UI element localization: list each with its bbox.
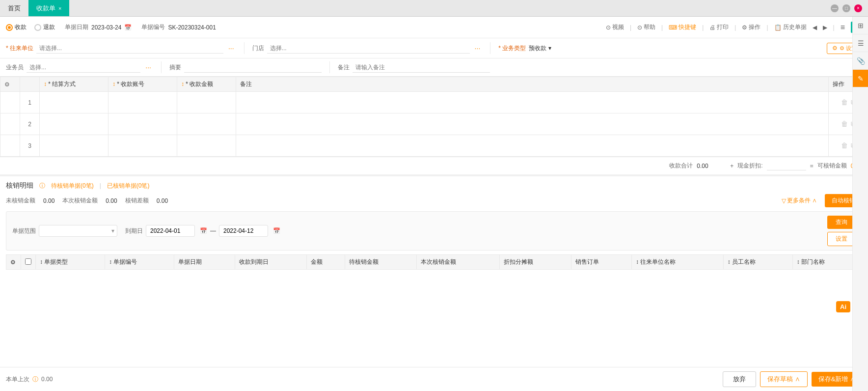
save-draft-button[interactable]: 保存草稿 ∧ bbox=[760, 371, 808, 387]
verify-done-tab[interactable]: 已核销单据(0笔) bbox=[107, 182, 150, 190]
unverified-value: 0.00 bbox=[43, 197, 54, 204]
remark-field: 备注 bbox=[338, 62, 490, 73]
biz-type-select[interactable]: 预收款 ▾ bbox=[529, 44, 551, 53]
operations-link[interactable]: ⚙ 操作 bbox=[742, 23, 760, 31]
staff-input[interactable] bbox=[27, 62, 140, 73]
row2-account[interactable] bbox=[108, 113, 177, 135]
biz-type-label: * 业务类型 bbox=[498, 44, 526, 53]
history-label: 历史单据 bbox=[783, 23, 807, 31]
shortcuts-link[interactable]: ⌨ 快捷键 bbox=[669, 23, 696, 31]
row2-remark[interactable] bbox=[236, 113, 829, 135]
row3-remark[interactable] bbox=[236, 135, 829, 157]
date-to-calendar-icon[interactable]: 📅 bbox=[273, 227, 280, 234]
sort-icon5: ↕ bbox=[797, 258, 800, 265]
th-counterpart-name: ↕ 往来单位名称 bbox=[632, 255, 724, 270]
row2-method[interactable] bbox=[40, 113, 108, 135]
tab-receipt[interactable]: 收款单 × bbox=[28, 0, 69, 16]
divider2 bbox=[490, 42, 490, 54]
row3-delete-icon[interactable]: 🗑 bbox=[841, 141, 848, 150]
plus-sign: + bbox=[730, 163, 733, 169]
radio-refund[interactable]: 退款 bbox=[34, 23, 55, 31]
row3-account[interactable] bbox=[108, 135, 177, 157]
cash-discount-input[interactable] bbox=[767, 161, 806, 170]
verify-pending-tab[interactable]: 待核销单据(0笔) bbox=[51, 182, 94, 190]
list-view-btn[interactable]: ≡ bbox=[841, 23, 845, 32]
form-header: 收款 退款 单据日期 2023-03-24 📅 单据编号 SK-20230324… bbox=[0, 17, 868, 38]
row2-amount[interactable] bbox=[177, 113, 236, 135]
tab-receipt-label: 收款单 bbox=[36, 4, 55, 13]
sidebar-icon-table[interactable]: ⊞ bbox=[853, 17, 868, 34]
save-draft-label: 保存草稿 ∧ bbox=[767, 375, 800, 384]
table-row: 1 🗑 ⧉ bbox=[0, 92, 868, 113]
nav-prev-btn[interactable]: ◀ bbox=[813, 24, 817, 31]
operations-label: 操作 bbox=[749, 23, 760, 31]
date-from-input[interactable] bbox=[146, 225, 195, 237]
verify-info-icon[interactable]: ⓘ bbox=[39, 182, 45, 190]
window-close-button[interactable]: × bbox=[854, 4, 862, 12]
row1-amount[interactable] bbox=[177, 92, 236, 113]
remark-input[interactable] bbox=[353, 62, 490, 73]
store-field: 门店 ··· bbox=[252, 43, 483, 54]
row1-account[interactable] bbox=[108, 92, 177, 113]
row1-delete-icon[interactable]: 🗑 bbox=[841, 98, 848, 107]
sort-icon4: ↕ bbox=[728, 258, 731, 265]
radio-receipt[interactable]: 收款 bbox=[6, 23, 27, 31]
table-settings-icon2[interactable]: ⚙ bbox=[10, 259, 16, 266]
shortcuts-icon: ⌨ bbox=[669, 24, 677, 31]
verify-settings-button[interactable]: 设置 bbox=[827, 232, 856, 246]
summary-input[interactable] bbox=[184, 62, 322, 73]
row2-delete-icon[interactable]: 🗑 bbox=[841, 120, 848, 128]
store-more-btn[interactable]: ··· bbox=[473, 44, 483, 52]
biz-type-field: * 业务类型 预收款 ▾ bbox=[498, 44, 597, 53]
window-minimize-button[interactable]: — bbox=[831, 4, 839, 12]
sidebar-icon-edit[interactable]: ✎ bbox=[853, 70, 868, 87]
row1-remark[interactable] bbox=[236, 92, 829, 113]
select-all-checkbox[interactable] bbox=[25, 258, 31, 265]
date-from-label: 到期日 bbox=[125, 227, 143, 235]
th-account-label: * 收款账号 bbox=[117, 81, 144, 87]
tab-home[interactable]: 首页 bbox=[0, 0, 28, 16]
sidebar-icon-attachment[interactable]: 📎 bbox=[853, 52, 868, 70]
bottom-info-icon[interactable]: ⓘ bbox=[32, 375, 38, 384]
query-button[interactable]: 查询 bbox=[827, 216, 856, 229]
doc-date-calendar-icon[interactable]: 📅 bbox=[124, 24, 132, 31]
verify-tab-sep: | bbox=[100, 182, 101, 189]
more-conditions-btn[interactable]: ▽ 更多条件 ∧ bbox=[782, 196, 817, 205]
video-link[interactable]: ⊙ 视频 bbox=[606, 23, 624, 31]
tab-bar: 首页 收款单 × — □ × bbox=[0, 0, 868, 17]
abandon-button[interactable]: 放弃 bbox=[723, 371, 756, 387]
divider3 bbox=[161, 61, 162, 73]
th-amount: ↕ * 收款金额 bbox=[177, 77, 236, 92]
verify-header: 核销明细 ⓘ 待核销单据(0笔) | 已核销单据(0笔) bbox=[6, 181, 862, 190]
bottom-table: ⚙ ↕ 单据类型 ↕ 单据编号 单据日期 bbox=[6, 254, 862, 270]
tab-close-icon[interactable]: × bbox=[58, 5, 61, 11]
divider4 bbox=[329, 61, 330, 73]
history-link[interactable]: 📋 历史单据 bbox=[774, 23, 807, 31]
window-maximize-button[interactable]: □ bbox=[842, 4, 850, 12]
row3-amount[interactable] bbox=[177, 135, 236, 157]
counterpart-input[interactable] bbox=[36, 43, 223, 54]
equals-sign: = bbox=[810, 163, 814, 169]
row2-settings-cell bbox=[0, 113, 20, 135]
form-fields-row1: * 往来单位 ··· 门店 ··· * 业务类型 预收款 ▾ ⚙ ⚙ 设置 bbox=[0, 38, 868, 58]
row1-method[interactable] bbox=[40, 92, 108, 113]
help-link[interactable]: ⊙ 帮助 bbox=[637, 23, 655, 31]
current-verify-label: 本次核销金额 bbox=[62, 196, 98, 205]
date-to-input[interactable] bbox=[219, 225, 268, 237]
counterpart-more-btn[interactable]: ··· bbox=[226, 44, 236, 52]
table-settings-icon[interactable]: ⚙ bbox=[4, 81, 10, 88]
nav-next-btn[interactable]: ▶ bbox=[823, 24, 827, 31]
th-remark: 备注 bbox=[236, 77, 829, 92]
store-input[interactable] bbox=[267, 43, 470, 54]
operations-icon: ⚙ bbox=[742, 24, 747, 31]
row3-method[interactable] bbox=[40, 135, 108, 157]
th-num bbox=[20, 77, 40, 92]
row1-settings-cell bbox=[0, 92, 20, 113]
sidebar-icon-list[interactable]: ☰ bbox=[853, 34, 868, 52]
diff-label: 核销差额 bbox=[125, 196, 149, 205]
staff-more-btn[interactable]: ··· bbox=[143, 63, 153, 71]
ai-badge[interactable]: Ai bbox=[836, 301, 850, 312]
range-select[interactable] bbox=[39, 225, 117, 237]
print-link[interactable]: 🖨 打印 bbox=[709, 23, 729, 31]
date-from-calendar-icon[interactable]: 📅 bbox=[200, 227, 207, 234]
